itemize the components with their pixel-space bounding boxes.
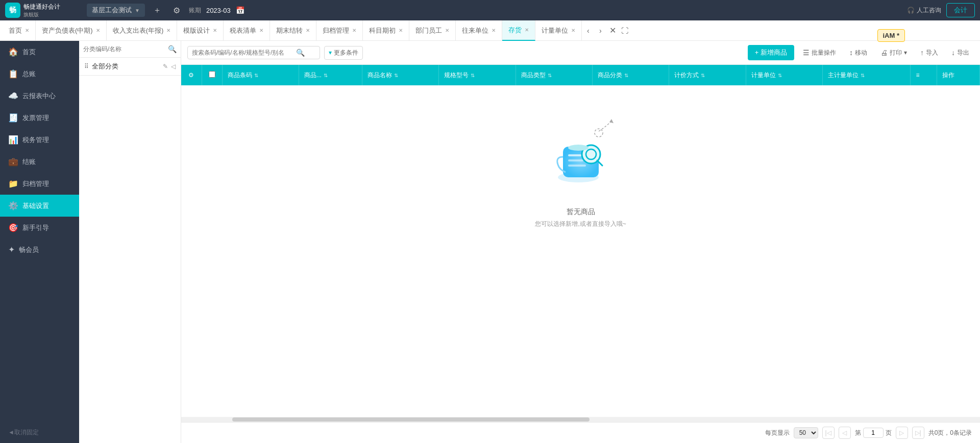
tab-period-end-label: 期末结转 xyxy=(276,26,303,35)
settings-icon[interactable]: ⚙ xyxy=(169,3,184,17)
th-settings[interactable]: ⚙ xyxy=(181,65,202,85)
category-collapse-icon[interactable]: ◁ xyxy=(171,63,176,70)
tab-unit-close[interactable]: ✕ xyxy=(571,28,575,33)
two-panel: 🔍 ⠿ 全部分类 ✎ ◁ 🔍 ▾ xyxy=(79,41,980,443)
tab-next-button[interactable]: › xyxy=(594,20,606,41)
import-button[interactable]: ↑ 导入 xyxy=(916,46,943,60)
scrollbar-thumb[interactable] xyxy=(232,417,590,422)
tab-close-all-button[interactable]: ✕ xyxy=(606,20,619,41)
sidebar-item-invoice[interactable]: 🧾 发票管理 xyxy=(0,107,79,129)
tab-contacts-close[interactable]: ✕ xyxy=(492,28,496,33)
th-checkbox[interactable] xyxy=(202,65,222,85)
sidebar-item-ledger[interactable]: 📋 总账 xyxy=(0,63,79,85)
tab-unit[interactable]: 计量单位 ✕ xyxy=(535,20,582,41)
category-search-input[interactable] xyxy=(83,45,166,53)
tab-period-end-close[interactable]: ✕ xyxy=(306,28,310,33)
tab-subject-close[interactable]: ✕ xyxy=(399,28,403,33)
tab-home-close[interactable]: ✕ xyxy=(25,28,29,33)
sidebar-item-tax[interactable]: 📊 税务管理 xyxy=(0,129,79,151)
tab-tax-list-close[interactable]: ✕ xyxy=(259,28,263,33)
tab-home[interactable]: 首页 ✕ xyxy=(3,20,36,41)
export-icon: ↓ xyxy=(951,49,955,57)
print-button[interactable]: 🖨 打印 ▾ xyxy=(876,46,912,60)
batch-action-button[interactable]: ☰ 批量操作 xyxy=(798,46,841,60)
move-icon: ↕ xyxy=(849,49,853,57)
category-edit-icon[interactable]: ✎ xyxy=(163,63,168,70)
batch-label: 批量操作 xyxy=(812,49,836,57)
tab-tax-list[interactable]: 税表清单 ✕ xyxy=(224,20,270,41)
page-number-input[interactable] xyxy=(863,428,884,438)
per-page-select[interactable]: 50 xyxy=(794,427,818,438)
select-all-checkbox[interactable] xyxy=(209,71,215,78)
table-header-row: ⚙ 商品条码⇅ 商品...⇅ xyxy=(181,65,980,85)
th-code[interactable]: 商品...⇅ xyxy=(299,65,362,85)
tab-dept[interactable]: 部门员工 ✕ xyxy=(409,20,456,41)
page-next-button[interactable]: ▷ xyxy=(896,427,908,439)
tab-balance-sheet[interactable]: 资产负债表(中期) ✕ xyxy=(36,20,107,41)
filter-label: 更多条件 xyxy=(334,49,358,57)
per-page-label: 每页显示 xyxy=(765,429,790,437)
product-search-icon[interactable]: 🔍 xyxy=(296,49,305,57)
scrollbar-area[interactable] xyxy=(181,417,980,422)
category-search-icon[interactable]: 🔍 xyxy=(168,45,177,53)
logo-area: 畅 畅捷通好会计 旗舰版 xyxy=(5,3,82,18)
tab-dept-close[interactable]: ✕ xyxy=(445,28,449,33)
sidebar-item-member[interactable]: ✦ 畅会员 xyxy=(0,239,79,261)
product-table: ⚙ 商品条码⇅ 商品...⇅ xyxy=(181,65,980,85)
sidebar-item-guide[interactable]: 🎯 新手引导 xyxy=(0,217,79,239)
sidebar-item-settings[interactable]: ⚙️ 基础设置 xyxy=(0,195,79,217)
export-button[interactable]: ↓ 导出 xyxy=(947,46,974,60)
th-main-unit[interactable]: 主计量单位⇅ xyxy=(822,65,911,85)
sidebar-item-reports-label: 云报表中心 xyxy=(22,91,56,101)
th-barcode[interactable]: 商品条码⇅ xyxy=(222,65,299,85)
tab-expand-button[interactable]: ⛶ xyxy=(619,20,631,41)
import-icon: ↑ xyxy=(920,49,924,57)
page-last-button[interactable]: ▷| xyxy=(912,427,924,439)
tab-contacts-label: 往来单位 xyxy=(462,26,488,35)
tab-period-end[interactable]: 期末结转 ✕ xyxy=(270,20,316,41)
top-bar: 畅 畅捷通好会计 旗舰版 基层工会测试 ▼ ＋ ⚙ 账期 2023-03 📅 🎧… xyxy=(0,0,980,20)
add-product-button[interactable]: + 新增商品 xyxy=(748,45,794,60)
sidebar-item-home[interactable]: 🏠 首页 xyxy=(0,41,79,63)
sidebar-item-archive[interactable]: 📁 归档管理 xyxy=(0,173,79,195)
page-first-button[interactable]: |◁ xyxy=(822,427,835,439)
add-tab-button[interactable]: ＋ xyxy=(150,3,164,17)
tab-subject[interactable]: 科目期初 ✕ xyxy=(363,20,409,41)
product-search-input[interactable] xyxy=(192,49,294,56)
th-type[interactable]: 商品类型⇅ xyxy=(516,65,592,85)
tab-inventory[interactable]: 存货 ✕ xyxy=(502,20,535,41)
sidebar-unpin-button[interactable]: ◄取消固定 xyxy=(0,422,79,443)
empty-svg xyxy=(540,116,622,198)
page-prev-button[interactable]: ◁ xyxy=(839,427,851,439)
th-more[interactable]: ≡ xyxy=(911,65,937,85)
sidebar-item-close[interactable]: 💼 结账 xyxy=(0,151,79,173)
th-name[interactable]: 商品名称⇅ xyxy=(362,65,439,85)
period-value[interactable]: 2023-03 xyxy=(206,7,231,14)
tab-income-close[interactable]: ✕ xyxy=(166,28,170,33)
svg-point-10 xyxy=(595,129,603,137)
tab-template-close[interactable]: ✕ xyxy=(213,28,217,33)
print-dropdown-icon: ▾ xyxy=(904,49,907,56)
filter-button[interactable]: ▾ 更多条件 xyxy=(324,46,363,60)
tab-balance-sheet-close[interactable]: ✕ xyxy=(96,28,100,33)
th-price-method[interactable]: 计价方式⇅ xyxy=(669,65,746,85)
th-unit[interactable]: 计量单位⇅ xyxy=(746,65,822,85)
th-spec[interactable]: 规格型号⇅ xyxy=(439,65,516,85)
kuaiji-button[interactable]: 会计 xyxy=(946,3,975,17)
tab-prev-button[interactable]: ‹ xyxy=(582,20,594,41)
tab-archive[interactable]: 归档管理 ✕ xyxy=(316,20,363,41)
tab-unit-label: 计量单位 xyxy=(542,26,568,35)
calendar-icon[interactable]: 📅 xyxy=(236,6,244,14)
tab-template[interactable]: 模版设计 ✕ xyxy=(177,20,224,41)
tab-income[interactable]: 收入支出表(年报) ✕ xyxy=(107,20,178,41)
tab-income-label: 收入支出表(年报) xyxy=(113,26,164,35)
help-button[interactable]: 🎧 人工咨询 xyxy=(907,6,941,15)
sidebar-item-reports[interactable]: ☁️ 云报表中心 xyxy=(0,85,79,107)
period-label: 账期 xyxy=(189,6,201,15)
company-selector[interactable]: 基层工会测试 ▼ xyxy=(87,4,145,17)
move-button[interactable]: ↕ 移动 xyxy=(845,46,872,60)
th-category[interactable]: 商品分类⇅ xyxy=(593,65,669,85)
tab-archive-close[interactable]: ✕ xyxy=(352,28,356,33)
tab-contacts[interactable]: 往来单位 ✕ xyxy=(456,20,502,41)
tab-inventory-close[interactable]: ✕ xyxy=(525,27,529,33)
